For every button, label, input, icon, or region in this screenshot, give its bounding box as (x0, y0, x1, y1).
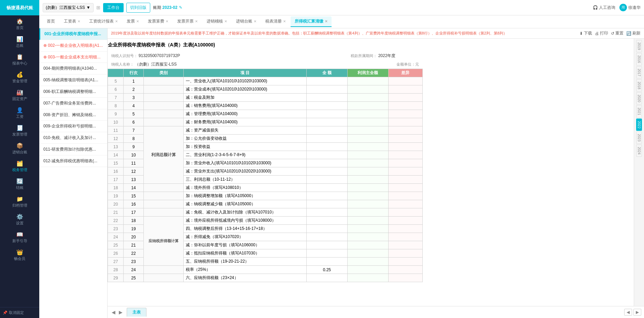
sidebar-item-settings[interactable]: ⚙️ 设置 (0, 211, 39, 229)
tab-close-invoice-calc[interactable]: ✕ (166, 19, 168, 23)
left-panel-item-010[interactable]: 010-免税、减计收入及加计... (39, 132, 107, 144)
tab-income-tax[interactable]: 所得税汇算清缴 ✕ (291, 16, 332, 27)
sidebar-item-invoice[interactable]: 🧾 发票管理 (0, 122, 39, 140)
user-service[interactable]: 🎧 人工咨询 (593, 5, 615, 11)
left-panel-item-012[interactable]: 012-减免所得税优惠明细表(... (39, 155, 107, 167)
copy-icon[interactable]: ⊞ (96, 5, 100, 10)
close-icon: 🔄 (16, 178, 23, 184)
tab-invoice-calc[interactable]: 发票算费 ✕ (144, 16, 172, 27)
scroll-left-btn[interactable]: ◀ (624, 309, 632, 316)
sidebar-item-purchase[interactable]: 📦 进销台账 (0, 140, 39, 157)
sidebar-item-archive[interactable]: 📁 归档管理 (0, 193, 39, 211)
year-item-2016[interactable]: 2016 (636, 53, 642, 65)
user-avatar[interactable]: 用 徐逢华 (619, 4, 641, 11)
year-item-2024[interactable]: 2024 (636, 144, 642, 157)
tab-payroll-stats[interactable]: 工资统计报表 ✕ (85, 16, 122, 27)
download-button[interactable]: ⬇ 下载 (579, 30, 592, 36)
sidebar-label-ledger: 总账 (16, 43, 24, 48)
tab-sales-ledger[interactable]: 进销台账 ✕ (232, 16, 261, 27)
tab-close-sales-ledger[interactable]: ✕ (254, 19, 256, 23)
tab-close-tax-list[interactable]: ✕ (283, 19, 286, 23)
refresh-button[interactable]: 🔃 刷新 (626, 30, 641, 36)
spreadsheet-table: 企业所得税年度纳税申报表（A类）主表(A100000) 纳税人识别号： 9132… (108, 39, 423, 282)
sidebar-label-finance: 资金管理 (12, 79, 27, 84)
taxpayer-id-value: 91320500703719732P (139, 53, 180, 58)
table-row: 5 1 一、营业收入(填写A101010\101020\103000) (108, 77, 423, 85)
year-item-2020[interactable]: 2020 (636, 92, 642, 105)
topbar: (勿删）江西服宝-LSS ▼ ⊞ 工作台 切到旧版 账期 2023-02 ✎ 🎧… (39, 0, 644, 15)
left-panel-item-003[interactable]: 003-一般企业成本支出明细... (39, 52, 107, 63)
left-panel-item-005[interactable]: 005-纳税调整项目明细表(A1... (39, 74, 107, 86)
table-row: 18 14 减：境外所得（填写A108010） (108, 184, 423, 192)
tab-close-payroll[interactable]: ✕ (78, 19, 80, 23)
table-row: 6 2 减：营业成本(填写A102010\102020\103000) (108, 85, 423, 94)
tab-close-invoice[interactable]: ✕ (136, 19, 139, 23)
col-chay-header: 差异 (388, 69, 422, 77)
table-row: 7 3 减：税金及附加 (108, 94, 423, 102)
sidebar-label-assets: 固定资产 (12, 96, 27, 101)
table-row: 21 17 减：免税、减计收入及加计扣除（填写A107010） (108, 208, 423, 217)
sheet-nav-right[interactable]: ▶ (117, 309, 124, 315)
sidebar-item-close[interactable]: 🔄 结账 (0, 175, 39, 193)
tab-invoice[interactable]: 发票 ✕ (123, 16, 143, 27)
guide-icon: 📖 (16, 231, 23, 238)
year-item-2019[interactable]: 2019 (636, 40, 642, 52)
left-panel-item-001[interactable]: 001-企业所得税年度纳税申报... (39, 28, 107, 40)
company-selector[interactable]: (勿删）江西服宝-LSS ▼ (43, 3, 94, 12)
sidebar-item-assets[interactable]: 🏭 固定资产 (0, 86, 39, 104)
sidebar-item-ledger[interactable]: 📊 总账 (0, 33, 39, 51)
tab-close-payroll-stats[interactable]: ✕ (115, 19, 118, 23)
left-panel-item-008[interactable]: 008-资产折旧、摊销及纳税... (39, 109, 107, 121)
period-value: 2023-02 (163, 5, 178, 10)
tab-close-income-tax[interactable]: ✕ (325, 19, 327, 23)
tab-close-invoice-open[interactable]: ✕ (195, 19, 198, 23)
left-panel-item-002[interactable]: 002-一般企业收入明细表(A1... (39, 40, 107, 52)
sheet-nav-left[interactable]: ◀ (110, 309, 117, 315)
sidebar-pin-toggle[interactable]: 📌 取消固定 (0, 307, 39, 318)
sidebar-item-payroll[interactable]: 👤 工资 (0, 104, 39, 122)
tab-close-sales-check[interactable]: ✕ (224, 19, 227, 23)
tab-payroll[interactable]: 工资表 ✕ (60, 16, 84, 27)
scroll-right-btn[interactable]: ▶ (633, 309, 641, 316)
workbench-button[interactable]: 工作台 (103, 3, 124, 12)
year-item-2017[interactable]: 2017 (636, 66, 642, 79)
left-panel-item-007[interactable]: 007-广告费和业务宣传费跨... (39, 98, 107, 109)
invoice-icon: 🧾 (16, 125, 23, 131)
sidebar-item-finance[interactable]: 💰 资金管理 (0, 69, 39, 86)
tab-invoice-open[interactable]: 发票开票 ✕ (173, 16, 202, 27)
sidebar-label-reports: 报表中心 (12, 61, 27, 66)
sidebar-item-guide[interactable]: 📖 新手引导 (0, 229, 39, 246)
sidebar-item-member[interactable]: 👑 畅会员 (0, 246, 39, 264)
sidebar-item-tax[interactable]: 🗂️ 税务管理 (0, 157, 39, 175)
sidebar-item-reports[interactable]: 📋 报表中心 (0, 51, 39, 69)
info-row-1: 纳税人识别号： 91320500703719732P 税款所属期间： 2022年… (108, 52, 423, 60)
refresh-icon: 🔃 (626, 31, 631, 36)
left-panel-item-006[interactable]: 006-职工薪酬纳税调整明细... (39, 86, 107, 98)
col-lirun-header: 利润主全额 (347, 69, 388, 77)
sheet-tab-main[interactable]: 主表 (127, 308, 146, 317)
archive-icon: 📁 (16, 196, 23, 202)
left-panel-item-011[interactable]: 011-研发费用加计扣除优惠... (39, 144, 107, 155)
year-item-2021[interactable]: 2021 (636, 105, 642, 117)
tab-home[interactable]: 首页 (43, 16, 59, 27)
table-scroll[interactable]: 企业所得税年度纳税申报表（A类）主表(A100000) 纳税人识别号： 9132… (108, 39, 634, 306)
year-item-2022[interactable]: 2022 (636, 119, 642, 131)
table-row: 28 24 税率（25%） 0.25 (108, 266, 423, 274)
print-button[interactable]: 🖨 打印 (595, 30, 608, 36)
switch-old-button[interactable]: 切到旧版 (126, 3, 150, 13)
sidebar-label-invoice: 发票管理 (12, 132, 27, 137)
year-item-2023[interactable]: 2023 (636, 132, 642, 144)
table-row: 11 7 利润总额计算 减：资产减值损失 (108, 126, 423, 135)
tab-tax-list[interactable]: 税表清册 ✕ (261, 16, 290, 27)
left-panel-item-004[interactable]: 004-期间费用明细表(A1040... (39, 63, 107, 74)
app-logo: 畅捷通易代账 (0, 0, 39, 15)
headset-icon: 🎧 (593, 5, 598, 10)
assets-icon: 🏭 (16, 89, 23, 96)
year-item-2018[interactable]: 2018 (636, 79, 642, 92)
sidebar-item-home[interactable]: 🏠 首页 (0, 15, 39, 33)
tab-sales-check[interactable]: 进销稽核 ✕ (202, 16, 231, 27)
period-edit-icon[interactable]: ✎ (179, 5, 182, 10)
left-panel-item-009[interactable]: 009-企业所得税补亏损明细... (39, 121, 107, 132)
table-row: 22 18 应纳税所得额计算 减：境外应税所得抵减境内亏损（填写A108000） (108, 217, 423, 225)
reset-button[interactable]: ↺ 重置 (611, 30, 624, 36)
